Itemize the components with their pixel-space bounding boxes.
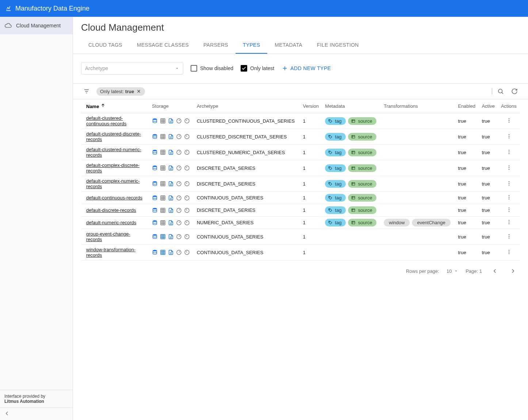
tab-parsers[interactable]: PARSERS bbox=[196, 37, 236, 54]
enabled-cell: true bbox=[455, 176, 479, 192]
row-actions-menu[interactable] bbox=[506, 221, 512, 226]
storage-icons bbox=[152, 195, 191, 201]
col-storage[interactable]: Storage bbox=[149, 99, 194, 113]
app-logo-icon bbox=[5, 5, 12, 12]
metadata-chip-source: source bbox=[348, 180, 376, 188]
document-icon bbox=[168, 220, 174, 226]
refresh-icon[interactable] bbox=[509, 86, 520, 97]
svg-point-68 bbox=[329, 222, 330, 222]
col-active[interactable]: Active bbox=[479, 99, 498, 113]
divider bbox=[492, 88, 492, 95]
col-enabled[interactable]: Enabled bbox=[455, 99, 479, 113]
metadata-chip-source: source bbox=[348, 117, 376, 125]
gauge-icon bbox=[176, 234, 182, 240]
active-cell: true bbox=[479, 204, 498, 217]
svg-rect-2 bbox=[161, 119, 165, 123]
col-metadata[interactable]: Metadata bbox=[322, 99, 381, 113]
row-actions-menu[interactable] bbox=[506, 251, 512, 256]
tab-file-ingestion[interactable]: FILE INGESTION bbox=[310, 37, 366, 54]
metadata-chip-source: source bbox=[348, 149, 376, 156]
gauge-alt-icon bbox=[184, 181, 190, 187]
svg-point-28 bbox=[153, 165, 157, 167]
sidebar-item-cloud-management[interactable]: Cloud Management bbox=[0, 17, 73, 34]
col-name[interactable]: Name bbox=[81, 99, 149, 113]
row-actions-menu[interactable] bbox=[506, 166, 512, 172]
add-new-type-button[interactable]: ADD NEW TYPE bbox=[282, 65, 331, 72]
transformation-chip: window bbox=[384, 219, 410, 226]
source-icon bbox=[351, 220, 356, 225]
only-latest-checkbox[interactable]: Only latest bbox=[241, 65, 274, 72]
type-name-link[interactable]: default-complex-numeric-records bbox=[86, 178, 145, 189]
database-icon bbox=[152, 118, 158, 124]
table-row: default-continuous-records CONTINUOUS_DA… bbox=[81, 192, 520, 204]
type-name-link[interactable]: default-clustered-numeric-records bbox=[86, 147, 145, 158]
sidebar-footer: Interface provided by Litmus Automation bbox=[0, 390, 73, 408]
tab-cloud-tags[interactable]: CLOUD TAGS bbox=[81, 37, 130, 54]
row-actions-menu[interactable] bbox=[506, 135, 512, 140]
metadata-chip-tag: tag bbox=[325, 164, 346, 172]
paginator: Rows per page: 10 Page: 1 bbox=[73, 260, 528, 282]
tab-types[interactable]: TYPES bbox=[236, 37, 267, 54]
type-name-link[interactable]: default-clustered-continuous-records bbox=[86, 115, 145, 126]
sidebar-collapse-button[interactable] bbox=[0, 408, 73, 420]
chip-remove-icon[interactable] bbox=[136, 89, 141, 94]
col-archetype[interactable]: Archetype bbox=[194, 99, 300, 113]
row-actions-menu[interactable] bbox=[506, 235, 512, 240]
svg-rect-74 bbox=[161, 234, 165, 239]
type-name-link[interactable]: default-continuous-records bbox=[86, 195, 142, 201]
database-icon bbox=[152, 249, 158, 255]
storage-icons bbox=[152, 234, 191, 240]
svg-point-18 bbox=[509, 137, 509, 138]
enabled-cell: true bbox=[455, 113, 479, 129]
row-actions-menu[interactable] bbox=[506, 150, 512, 156]
metadata-chip-source: source bbox=[348, 194, 376, 202]
svg-point-64 bbox=[153, 220, 157, 222]
tab-metadata[interactable]: METADATA bbox=[267, 37, 310, 54]
prev-page-button[interactable] bbox=[489, 266, 500, 276]
enabled-cell: true bbox=[455, 129, 479, 145]
svg-point-46 bbox=[153, 195, 157, 197]
tag-icon bbox=[328, 150, 333, 155]
col-transformations[interactable]: Transformations bbox=[381, 99, 455, 113]
type-name-link[interactable]: window-transformation-records bbox=[86, 247, 145, 258]
col-actions[interactable]: Actions bbox=[498, 99, 520, 113]
row-actions-menu[interactable] bbox=[506, 208, 512, 214]
document-icon bbox=[168, 118, 174, 124]
grid-icon bbox=[160, 220, 166, 226]
svg-point-41 bbox=[329, 183, 330, 183]
version-cell: 1 bbox=[300, 129, 322, 145]
table-row: default-clustered-numeric-records CLUSTE… bbox=[81, 145, 520, 160]
svg-point-59 bbox=[329, 209, 330, 210]
filter-icon[interactable] bbox=[81, 86, 92, 97]
show-disabled-checkbox[interactable]: Show disabled bbox=[191, 65, 233, 72]
metadata-chip-tag: tag bbox=[325, 219, 346, 226]
row-actions-menu[interactable] bbox=[506, 119, 512, 125]
storage-icons bbox=[152, 207, 191, 213]
archetype-select[interactable]: Archetype bbox=[81, 62, 183, 75]
database-icon bbox=[152, 220, 158, 226]
type-name-link[interactable]: default-discrete-records bbox=[86, 207, 136, 213]
type-name-link[interactable]: default-complex-discrete-records bbox=[86, 163, 145, 173]
col-version[interactable]: Version bbox=[300, 99, 322, 113]
rows-per-page-select[interactable]: 10 bbox=[447, 268, 458, 274]
svg-point-43 bbox=[509, 181, 509, 182]
svg-point-71 bbox=[509, 222, 509, 222]
document-icon bbox=[168, 165, 174, 171]
svg-point-84 bbox=[509, 250, 509, 251]
type-name-link[interactable]: group-event-change-records bbox=[86, 231, 145, 242]
metadata-chip-tag: tag bbox=[325, 133, 346, 141]
archetype-cell: CLUSTERED_DISCRETE_DATA_SERIES bbox=[194, 129, 300, 145]
sort-asc-icon bbox=[100, 103, 106, 108]
svg-rect-24 bbox=[352, 151, 355, 154]
next-page-button[interactable] bbox=[508, 266, 519, 276]
type-name-link[interactable]: default-numeric-records bbox=[86, 220, 136, 225]
search-icon[interactable] bbox=[495, 86, 506, 97]
source-icon bbox=[351, 166, 356, 171]
row-actions-menu[interactable] bbox=[506, 196, 512, 201]
tab-message-classes[interactable]: MESSAGE CLASSES bbox=[130, 37, 196, 54]
enabled-cell: true bbox=[455, 204, 479, 217]
row-actions-menu[interactable] bbox=[506, 182, 512, 187]
svg-point-37 bbox=[153, 181, 157, 183]
type-name-link[interactable]: default-clustered-discrete-records bbox=[86, 131, 145, 142]
svg-point-8 bbox=[509, 120, 509, 121]
